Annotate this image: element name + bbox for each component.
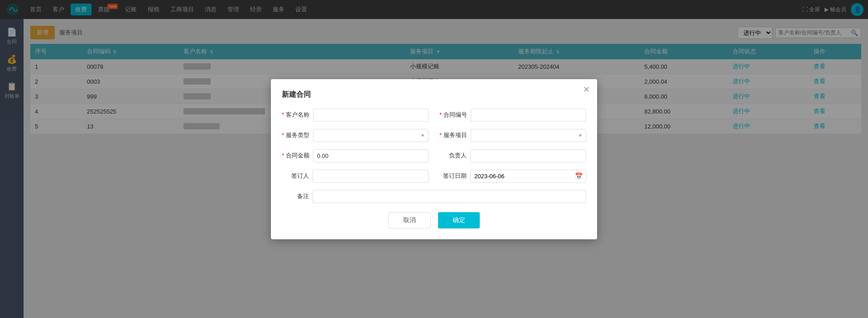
contract-no-row: 合同编号 [439, 109, 586, 122]
responsible-label: 负责人 [439, 152, 467, 160]
service-type-row: 服务类型 ▼ [282, 129, 429, 142]
modal-overlay[interactable]: ✕ 新建合同 客户名称 合同编号 服务类型 ▼ [0, 0, 868, 318]
service-item-select-wrap: ▼ [471, 129, 586, 142]
signer-input[interactable] [313, 170, 429, 183]
sign-date-row: 签订日期 📅 [439, 170, 586, 183]
modal-title: 新建合同 [282, 90, 586, 100]
sign-date-wrap: 📅 [470, 170, 586, 183]
confirm-button[interactable]: 确定 [438, 212, 480, 228]
service-type-label: 服务类型 [282, 131, 309, 139]
sign-date-input[interactable] [470, 170, 586, 183]
signer-label: 签订人 [282, 172, 309, 180]
modal-footer: 取消 确定 [282, 212, 586, 228]
responsible-input[interactable] [470, 149, 586, 162]
contract-no-label: 合同编号 [439, 111, 467, 119]
remark-label: 备注 [282, 192, 309, 200]
form-grid: 客户名称 合同编号 服务类型 ▼ 服务项目 [282, 109, 586, 183]
customer-name-input[interactable] [313, 109, 429, 122]
contract-amount-row: 合同金额 [282, 149, 429, 162]
signer-row: 签订人 [282, 170, 429, 183]
customer-name-label: 客户名称 [282, 111, 309, 119]
contract-amount-input[interactable] [313, 149, 429, 162]
service-type-select-wrap: ▼ [313, 129, 429, 142]
sign-date-label: 签订日期 [439, 172, 467, 180]
service-type-select[interactable] [313, 129, 429, 142]
service-item-row: 服务项目 ▼ [439, 129, 586, 142]
remark-row: 备注 [282, 190, 586, 203]
customer-name-row: 客户名称 [282, 109, 429, 122]
service-item-label: 服务项目 [439, 131, 467, 139]
cancel-button[interactable]: 取消 [388, 212, 431, 228]
service-item-select[interactable] [471, 129, 586, 142]
responsible-row: 负责人 [439, 149, 586, 162]
modal-close-button[interactable]: ✕ [583, 85, 590, 94]
new-contract-modal: ✕ 新建合同 客户名称 合同编号 服务类型 ▼ [271, 79, 597, 239]
contract-no-input[interactable] [471, 109, 586, 122]
contract-amount-label: 合同金额 [282, 152, 309, 160]
remark-input[interactable] [313, 190, 586, 203]
